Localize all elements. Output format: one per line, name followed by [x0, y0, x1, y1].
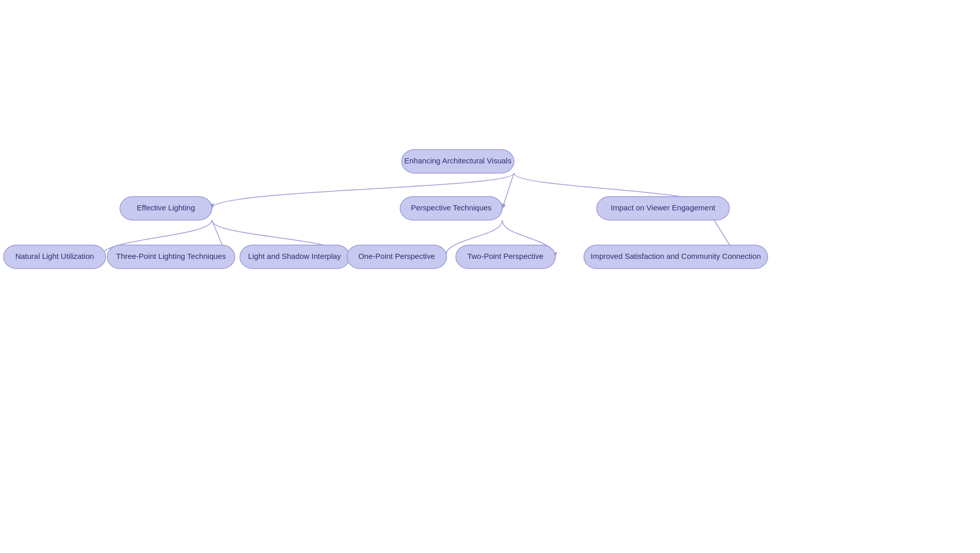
threepoint-lighting-label: Three-Point Lighting Techniques: [116, 252, 226, 260]
impact-viewer-label: Impact on Viewer Engagement: [611, 203, 716, 212]
natural-light-node: Natural Light Utilization: [4, 245, 106, 269]
effective-lighting-node: Effective Lighting: [120, 197, 212, 220]
onepoint-perspective-label: One-Point Perspective: [358, 252, 435, 260]
light-shadow-node: Light and Shadow Interplay: [240, 245, 350, 269]
root-node: Enhancing Architectural Visuals: [402, 150, 514, 173]
impact-viewer-node: Impact on Viewer Engagement: [597, 197, 729, 220]
effective-lighting-label: Effective Lighting: [137, 203, 195, 212]
natural-light-label: Natural Light Utilization: [15, 252, 94, 260]
twopoint-perspective-label: Two-Point Perspective: [467, 252, 543, 260]
root-label: Enhancing Architectural Visuals: [404, 156, 511, 165]
satisfaction-community-label: Improved Satisfaction and Community Conn…: [591, 252, 761, 260]
perspective-techniques-node: Perspective Techniques: [400, 197, 502, 220]
onepoint-perspective-node: One-Point Perspective: [347, 245, 447, 269]
threepoint-lighting-node: Three-Point Lighting Techniques: [107, 245, 235, 269]
light-shadow-label: Light and Shadow Interplay: [248, 252, 341, 260]
perspective-techniques-label: Perspective Techniques: [411, 203, 492, 212]
connector-root-perspective: [502, 173, 514, 208]
twopoint-perspective-node: Two-Point Perspective: [456, 245, 555, 269]
satisfaction-community-node: Improved Satisfaction and Community Conn…: [584, 245, 768, 269]
